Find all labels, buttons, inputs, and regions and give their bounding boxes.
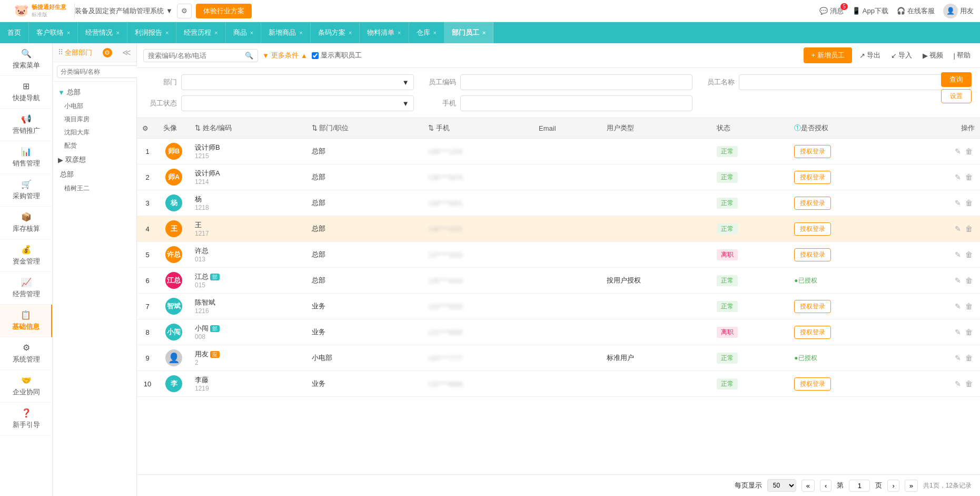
dept-search-input[interactable] [57,65,143,78]
sidebar-item-search[interactable]: 🔍 搜索菜单 [0,43,52,76]
tab-close-icon[interactable]: × [165,30,169,36]
search-input[interactable] [148,52,243,60]
tab-operations[interactable]: 经营情况× [78,22,127,43]
sidebar-item-marketing[interactable]: 📢 营销推广 [0,109,52,141]
tab-close-icon[interactable]: × [433,30,437,36]
tab-close-icon[interactable]: × [398,30,401,36]
query-button[interactable]: 查询 [941,72,972,87]
tab-close-icon[interactable]: × [250,30,253,36]
tab-close-icon[interactable]: × [349,30,352,36]
app-download-button[interactable]: 📱 App下载 [852,6,888,16]
delete-button[interactable]: 🗑 [965,250,973,259]
dept-filter-select[interactable]: ▼ [181,74,414,90]
sidebar-item-sales[interactable]: 📊 销售管理 [0,141,52,174]
dept-settings-icon[interactable]: ⚙ [103,48,112,57]
delete-button[interactable]: 🗑 [965,302,973,310]
system-selector[interactable]: 装备及固定资产辅助管理系统 ▼ [75,6,173,16]
sidebar-item-basic-info[interactable]: 📋 基础信息 [0,305,52,337]
sidebar-item-management[interactable]: 📈 经营管理 [0,272,52,305]
delete-button[interactable]: 🗑 [965,199,973,207]
col-dept-position[interactable]: ⇅ 部门/职位 [306,118,423,139]
tab-close-icon[interactable]: × [214,30,217,36]
prev-page-button[interactable]: ‹ [820,480,831,492]
auth-login-button[interactable]: 授权登录 [794,197,831,210]
tab-warehouse[interactable]: 仓库× [409,22,444,43]
delete-button[interactable]: 🗑 [965,276,973,285]
delete-button[interactable]: 🗑 [965,147,973,155]
import-button[interactable]: ↙ 导入 [888,48,915,62]
tab-history[interactable]: 经营历程× [176,22,225,43]
tab-customer[interactable]: 客户联络× [29,22,78,43]
more-conditions-button[interactable]: ▼ 更多条件 ▲ [262,51,308,60]
trial-button[interactable]: 体验行业方案 [196,4,252,18]
gear-button[interactable]: ⚙ [177,4,192,18]
help-button[interactable]: | 帮助 [951,48,974,62]
tab-goods[interactable]: 商品× [226,22,261,43]
dept-tree-item-double[interactable]: ▶ 双彦想 [53,152,136,167]
sidebar-item-finance[interactable]: 💰 资金管理 [0,239,52,272]
tab-home[interactable]: 首页 [0,22,29,43]
col-name-code[interactable]: ⇅ 姓名/编码 [190,118,306,139]
delete-button[interactable]: 🗑 [965,354,973,362]
edit-button[interactable]: ✎ [955,250,961,259]
show-dimission-checkbox[interactable]: 显示离职员工 [312,51,362,60]
edit-button[interactable]: ✎ [955,147,961,155]
sidebar-item-purchase[interactable]: 🛒 采购管理 [0,174,52,207]
dept-tree-item-zhishu[interactable]: 植树王二 [53,182,136,195]
col-settings[interactable]: ⚙ [137,118,158,139]
edit-button[interactable]: ✎ [955,173,961,181]
customer-service-button[interactable]: 🎧 在线客服 [897,6,935,16]
empname-filter-input[interactable] [739,74,972,90]
add-employee-button[interactable]: + 新增员工 [804,47,852,63]
auth-login-button[interactable]: 授权登录 [794,248,831,261]
sidebar-item-quicknav[interactable]: ⊞ 快捷导航 [0,76,52,109]
edit-button[interactable]: ✎ [955,380,961,388]
dept-tree-item-distribution[interactable]: 配货 [53,139,136,152]
edit-button[interactable]: ✎ [955,302,961,310]
auth-login-button[interactable]: 授权登录 [794,326,831,339]
message-button[interactable]: 💬 消息 5 [819,6,844,16]
dimission-checkbox-input[interactable] [312,52,319,59]
tab-barcode[interactable]: 条码方案× [311,22,360,43]
tab-close-icon[interactable]: × [299,30,302,36]
edit-button[interactable]: ✎ [955,354,961,362]
dept-tree-item-small-elec[interactable]: 小电部 [53,100,136,113]
setting-button[interactable]: 设置 [941,89,972,103]
edit-button[interactable]: ✎ [955,225,961,233]
user-button[interactable]: 👤 用友 [943,4,974,18]
last-page-button[interactable]: » [905,480,918,492]
empcode-filter-input[interactable] [460,74,693,90]
dept-tree-item-shenyang[interactable]: 沈阳大库 [53,126,136,139]
export-button[interactable]: ↗ 导出 [856,48,884,62]
delete-button[interactable]: 🗑 [965,380,973,388]
sidebar-item-guide[interactable]: ❓ 新手引导 [0,403,52,435]
first-page-button[interactable]: « [801,480,815,492]
auth-login-button[interactable]: 授权登录 [794,377,831,391]
dept-tree-item-hq[interactable]: 总部 [53,167,136,182]
tab-profit[interactable]: 利润报告× [127,22,176,43]
delete-button[interactable]: 🗑 [965,328,973,336]
sidebar-item-system[interactable]: ⚙ 系统管理 [0,337,52,370]
auth-login-button[interactable]: 授权登录 [794,222,831,236]
dept-tree-item-general[interactable]: ▼ 总部 [53,85,136,100]
status-filter-select[interactable]: ▼ [181,95,414,111]
col-phone[interactable]: ⇅ 手机 [423,118,533,139]
edit-button[interactable]: ✎ [955,328,961,336]
tab-bom[interactable]: 物料清单× [360,22,409,43]
auth-login-button[interactable]: 授权登录 [794,145,831,158]
tab-close-icon[interactable]: × [482,30,486,36]
delete-button[interactable]: 🗑 [965,225,973,233]
tab-dept-employee[interactable]: 部门员工× [444,22,493,43]
tab-new-goods[interactable]: 新增商品× [261,22,310,43]
video-button[interactable]: ▶ 视频 [919,48,946,62]
phone-filter-input[interactable] [460,95,693,111]
edit-button[interactable]: ✎ [955,199,961,207]
page-size-select[interactable]: 50 20 100 [767,479,796,492]
next-page-button[interactable]: › [887,480,899,492]
edit-button[interactable]: ✎ [955,276,961,285]
sidebar-item-collab[interactable]: 🤝 企业协同 [0,370,52,403]
auth-login-button[interactable]: 授权登录 [794,300,831,313]
page-number-input[interactable] [849,480,870,492]
sidebar-item-inventory[interactable]: 📦 库存核算 [0,207,52,239]
dept-tree-item-project[interactable]: 项目库房 [53,113,136,126]
